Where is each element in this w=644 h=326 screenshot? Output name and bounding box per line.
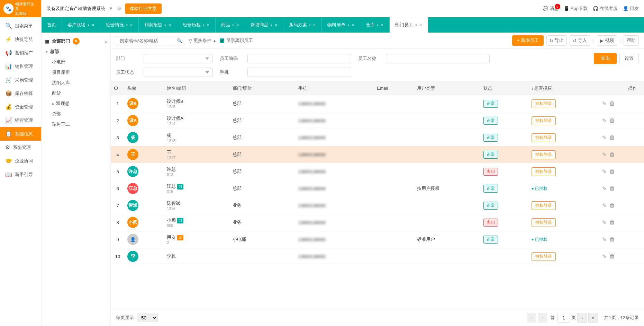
add-employee-btn[interactable]: + 新增员工	[512, 35, 544, 46]
help-btn[interactable]: 帮助	[624, 35, 639, 46]
edit-icon[interactable]: ✎	[602, 134, 607, 141]
tree-item-小电部[interactable]: 小电部	[42, 57, 110, 67]
sidebar-item-快捷导航[interactable]: ⚡快捷导航	[0, 33, 41, 46]
app-download-btn[interactable]: 📱 App下载	[564, 6, 588, 12]
settings-icon[interactable]: ⚙	[117, 5, 121, 12]
nav-tab-条码方案[interactable]: 条码方案▾✕	[283, 17, 322, 33]
try-button[interactable]: 体验行业方案	[125, 3, 162, 14]
nav-tab-仓库[interactable]: 仓库▾✕	[360, 17, 390, 33]
page-size-select[interactable]: 50 100	[137, 314, 158, 322]
delete-icon[interactable]: 🗑	[609, 185, 615, 192]
sidebar-item-企业协同[interactable]: 🤝企业协同	[0, 154, 41, 168]
sidebar-item-新手引导[interactable]: 📖新手引导	[0, 168, 41, 181]
dropdown-arrow-icon[interactable]: ▼	[109, 6, 113, 11]
tree-item-配货[interactable]: 配货	[42, 88, 110, 98]
sidebar-item-库存核算[interactable]: 📦库存核算	[0, 87, 41, 100]
edit-icon[interactable]: ✎	[602, 117, 607, 124]
auth-btn[interactable]: 授权登录	[532, 150, 556, 159]
name-input[interactable]	[386, 54, 490, 63]
edit-icon[interactable]: ✎	[602, 236, 607, 243]
delete-icon[interactable]: 🗑	[609, 236, 615, 243]
code-input[interactable]	[247, 54, 351, 63]
tab-close-icon[interactable]: ✕	[381, 23, 384, 27]
sidebar-item-基础信息[interactable]: 📋基础信息	[0, 127, 41, 141]
tab-close-icon[interactable]: ✕	[274, 23, 278, 27]
tree-item-瑞树王二[interactable]: 瑞树王二	[42, 119, 110, 130]
tab-close-icon[interactable]: ✕	[207, 23, 210, 27]
setting-btn[interactable]: 设置	[619, 53, 639, 64]
edit-icon[interactable]: ✎	[602, 100, 607, 107]
search-icon[interactable]: 🔍	[177, 38, 182, 43]
import-btn[interactable]: ↺ 导入	[570, 35, 590, 46]
edit-icon[interactable]: ✎	[602, 151, 607, 158]
tree-item-总部[interactable]: ▼总部	[42, 46, 110, 57]
delete-icon[interactable]: 🗑	[609, 134, 615, 141]
status-select[interactable]	[144, 68, 213, 77]
delete-icon[interactable]: 🗑	[609, 168, 615, 175]
tab-close-icon[interactable]: ✕	[91, 23, 94, 27]
auth-btn[interactable]: 授权登录	[532, 252, 556, 261]
edit-icon[interactable]: ✎	[602, 168, 607, 175]
last-page-btn[interactable]: »	[588, 313, 598, 323]
phone-input[interactable]	[247, 68, 351, 77]
tab-close-icon[interactable]: ✕	[351, 23, 354, 27]
sidebar-item-采购管理[interactable]: 🛒采购管理	[0, 73, 41, 87]
query-btn[interactable]: 查询	[594, 53, 617, 64]
page-input[interactable]	[557, 313, 570, 323]
search-input[interactable]	[116, 36, 185, 45]
delete-icon[interactable]: 🗑	[609, 151, 615, 158]
delete-icon[interactable]: 🗑	[609, 219, 615, 226]
nav-tab-首页[interactable]: 首页	[42, 17, 62, 33]
edit-icon[interactable]: ✎	[602, 219, 607, 226]
tab-close-icon[interactable]: ✕	[236, 23, 239, 27]
nav-tab-新增商品[interactable]: 新增商品▾✕	[245, 17, 283, 33]
sidebar-item-经营管理[interactable]: 📈经营管理	[0, 114, 41, 127]
auth-btn[interactable]: 授权登录	[532, 201, 556, 210]
tab-close-icon[interactable]: ✕	[419, 23, 422, 27]
sidebar-item-资金管理[interactable]: 💰资金管理	[0, 100, 41, 114]
dept-edit-icon[interactable]: ✎	[73, 38, 80, 45]
dept-select[interactable]	[144, 54, 213, 63]
tree-collapse-btn[interactable]: «	[105, 39, 107, 44]
tab-close-icon[interactable]: ✕	[313, 23, 316, 27]
edit-icon[interactable]: ✎	[602, 185, 607, 192]
sidebar-item-系统管理[interactable]: ⚙系统管理	[0, 141, 41, 154]
sidebar-item-搜索菜单[interactable]: 🔍搜索菜单	[0, 19, 41, 33]
auth-btn[interactable]: 授权登录	[532, 218, 556, 227]
auth-btn[interactable]: 授权登录	[532, 99, 556, 108]
delete-icon[interactable]: 🗑	[609, 117, 615, 124]
auth-btn[interactable]: 授权登录	[532, 116, 556, 125]
message-btn[interactable]: 💬 消息 6	[543, 6, 559, 12]
auth-btn[interactable]: 授权登录	[532, 133, 556, 142]
nav-tab-部门员工[interactable]: 部门员工▾✕	[390, 17, 428, 33]
nav-tab-商品[interactable]: 商品▾✕	[216, 17, 245, 33]
nav-tab-客户联络[interactable]: 客户联络▾✕	[62, 17, 100, 33]
nav-tab-物料清单[interactable]: 物料清单▾✕	[322, 17, 360, 33]
nav-tab-利润报告[interactable]: 利润报告▾✕	[139, 17, 177, 33]
show-resign-checkbox[interactable]	[220, 38, 224, 43]
export-btn[interactable]: ↻ 导出	[546, 35, 567, 46]
video-btn[interactable]: ▶ 视频	[597, 35, 617, 46]
sidebar-item-销售管理[interactable]: 📊销售管理	[0, 60, 41, 73]
prev-page-btn[interactable]: ‹	[538, 313, 547, 323]
auth-btn[interactable]: 授权登录	[532, 167, 556, 176]
tab-close-icon[interactable]: ✕	[130, 23, 133, 27]
th-name[interactable]: 姓名/编码 ↕	[164, 81, 230, 95]
show-resign-label[interactable]: 显示离职员工	[220, 37, 253, 44]
more-filter-btn[interactable]: ▽ 更多条件 ▲	[189, 37, 216, 44]
nav-tab-经营历程[interactable]: 经营历程▾✕	[177, 17, 216, 33]
first-page-btn[interactable]: «	[527, 313, 536, 323]
th-dept[interactable]: 部门/职位 ↕	[230, 81, 296, 95]
tree-item-沈阳大库[interactable]: 沈阳大库	[42, 78, 110, 88]
online-service-btn[interactable]: 🎧 在线客服	[593, 6, 618, 12]
sidebar-item-营销推广[interactable]: 📢营销推广	[0, 46, 41, 60]
tree-item-双鹿想[interactable]: ▶双鹿想	[42, 98, 110, 109]
tree-item-项目库房[interactable]: 项目库房	[42, 67, 110, 78]
next-page-btn[interactable]: ›	[577, 313, 587, 323]
tab-close-icon[interactable]: ✕	[168, 23, 171, 27]
th-phone[interactable]: 手机 ↕	[296, 81, 374, 95]
user-btn[interactable]: 👤 用友	[623, 6, 639, 12]
tree-item-总部[interactable]: 总部	[42, 109, 110, 119]
edit-icon[interactable]: ✎	[602, 253, 607, 260]
delete-icon[interactable]: 🗑	[609, 202, 615, 209]
